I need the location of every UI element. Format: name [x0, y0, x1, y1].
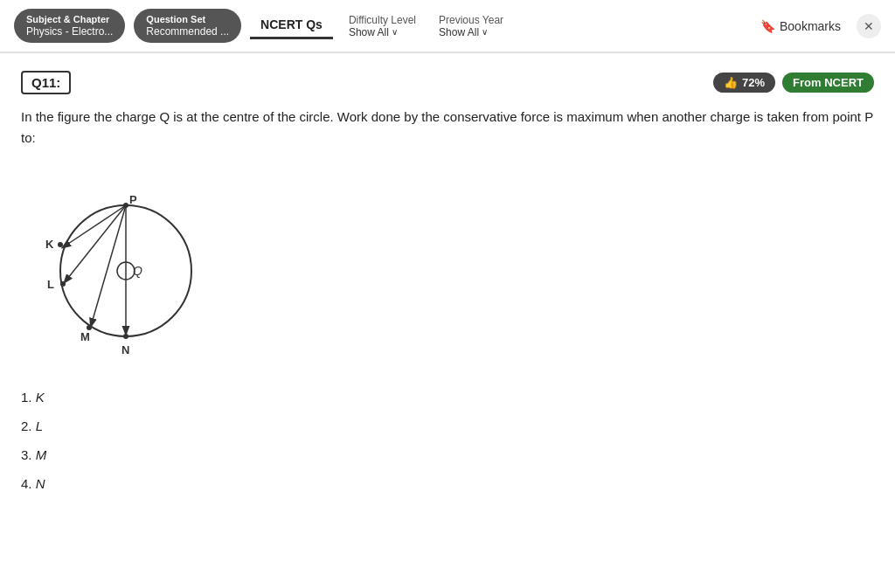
option-2-letter: L [36, 419, 43, 433]
previous-year-chevron-icon: ∨ [482, 27, 488, 37]
option-1[interactable]: 1. K [21, 383, 874, 412]
ncert-badge: From NCERT [782, 73, 874, 93]
option-4[interactable]: 4. N [21, 469, 874, 498]
question-header: Q11: 👍 72% From NCERT [21, 71, 874, 94]
subject-chapter-value: Physics - Electro... [26, 25, 113, 38]
svg-text:N: N [121, 343, 129, 356]
difficulty-chevron-icon: ∨ [392, 27, 398, 37]
thumbs-percent: 72% [742, 76, 765, 89]
question-text: In the figure the charge Q is at the cen… [21, 107, 874, 149]
difficulty-filter[interactable]: Difficulty Level Show All ∨ [342, 10, 423, 42]
previous-year-value: Show All ∨ [439, 26, 488, 38]
thumbs-badge: 👍 72% [713, 73, 775, 93]
option-4-letter: N [36, 476, 45, 491]
circle-diagram: Q P K L M N [30, 166, 222, 358]
bookmarks-button[interactable]: 🔖 Bookmarks [753, 14, 848, 38]
question-set-filter[interactable]: Question Set Recommended ... [134, 9, 241, 43]
bookmark-icon: 🔖 [760, 19, 775, 33]
subject-chapter-label: Subject & Chapter [26, 14, 109, 24]
svg-point-5 [58, 242, 63, 247]
svg-point-11 [123, 334, 128, 339]
svg-text:M: M [80, 330, 90, 343]
top-bar: Subject & Chapter Physics - Electro... Q… [0, 0, 895, 53]
option-1-letter: K [36, 390, 45, 405]
svg-line-13 [63, 205, 126, 247]
option-2-num: 2. [21, 419, 36, 433]
svg-text:Q: Q [133, 264, 142, 278]
bookmarks-label: Bookmarks [780, 19, 841, 33]
close-button[interactable]: ✕ [857, 14, 881, 38]
svg-text:L: L [47, 278, 54, 291]
difficulty-label: Difficulty Level [349, 14, 416, 26]
svg-text:K: K [45, 238, 54, 251]
svg-text:P: P [129, 193, 137, 206]
option-3-letter: M [36, 447, 47, 462]
main-content: Q11: 👍 72% From NCERT In the figure the … [0, 53, 895, 515]
subject-chapter-filter[interactable]: Subject & Chapter Physics - Electro... [14, 9, 125, 43]
previous-year-filter[interactable]: Previous Year Show All ∨ [432, 10, 510, 42]
option-3-num: 3. [21, 447, 36, 462]
previous-year-label: Previous Year [439, 14, 503, 26]
question-set-value: Recommended ... [146, 25, 229, 38]
svg-line-15 [91, 205, 126, 326]
thumbs-up-icon: 👍 [724, 76, 738, 89]
options-list: 1. K 2. L 3. M 4. N [21, 383, 874, 498]
option-3[interactable]: 3. M [21, 440, 874, 469]
option-2[interactable]: 2. L [21, 412, 874, 440]
difficulty-value: Show All ∨ [349, 26, 398, 38]
option-1-num: 1. [21, 390, 36, 405]
close-icon: ✕ [864, 19, 874, 33]
diagram-container: Q P K L M N [30, 166, 874, 362]
question-meta: 👍 72% From NCERT [713, 73, 874, 93]
question-number: Q11: [21, 71, 71, 94]
question-set-label: Question Set [146, 14, 205, 24]
ncert-filter-button[interactable]: NCERT Qs [250, 12, 333, 39]
option-4-num: 4. [21, 476, 36, 491]
